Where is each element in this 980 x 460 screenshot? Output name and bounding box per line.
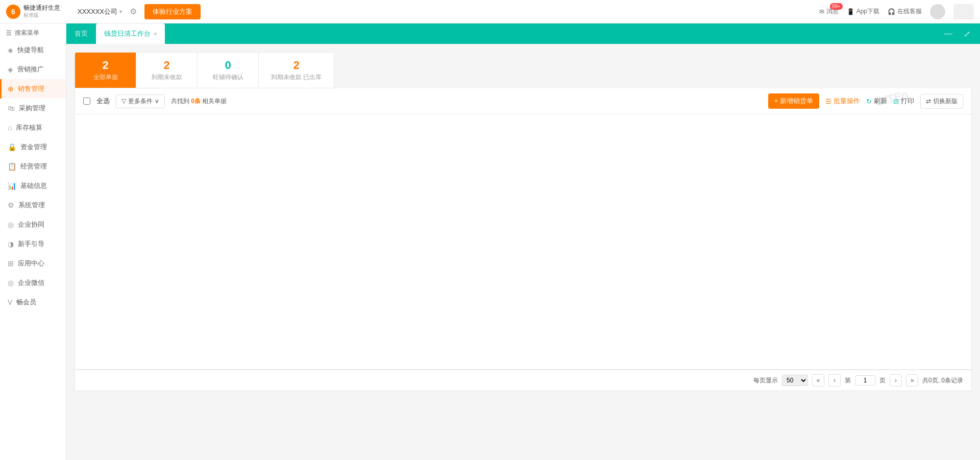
select-all-label: 全选 bbox=[96, 96, 110, 106]
print-button[interactable]: ⊟ 打印 bbox=[893, 96, 914, 106]
chevron-down-icon: ▾ bbox=[119, 9, 122, 14]
message-action[interactable]: ✉ 消息 99+ bbox=[819, 7, 839, 16]
switch-version-button[interactable]: ⇄ 切换新版 bbox=[920, 94, 963, 109]
total-records: 共0页, 0条记录 bbox=[922, 376, 963, 385]
sidebar-label-cooperation: 企业协同 bbox=[18, 220, 44, 229]
sidebar-item-system[interactable]: ⚙ 系统管理 bbox=[0, 196, 66, 215]
per-page-label: 每页显示 bbox=[753, 376, 778, 385]
select-all-checkbox[interactable] bbox=[83, 98, 90, 105]
stats-count-shipped: 2 bbox=[271, 59, 322, 72]
sidebar-item-basic-info[interactable]: 📊 基础信息 bbox=[0, 176, 66, 196]
sidebar-item-inventory[interactable]: ⌂ 库存核算 bbox=[0, 118, 66, 137]
sidebar-item-quick-nav[interactable]: ◈ 快捷导航 bbox=[0, 40, 66, 60]
switch-icon: ⇄ bbox=[926, 98, 931, 105]
stats-count-pending: 0 bbox=[210, 59, 246, 72]
company-name: XXXXXX公司 bbox=[78, 7, 117, 16]
stats-tab-shipped[interactable]: 2 到期未收款 已出库 bbox=[259, 53, 334, 88]
per-page-select[interactable]: 50 20 100 bbox=[782, 375, 808, 386]
sidebar-icon-system: ⚙ bbox=[8, 201, 14, 209]
message-icon: ✉ bbox=[819, 8, 824, 15]
pagination-bar: 每页显示 50 20 100 « ‹ 第 页 › » 共0页, 0条记录 bbox=[75, 370, 972, 391]
switch-label: 切换新版 bbox=[933, 97, 958, 106]
filter-chevron-icon: ∨ bbox=[155, 98, 159, 105]
sidebar-label-marketing: 营销推广 bbox=[17, 65, 44, 74]
search-icon: ☰ bbox=[6, 30, 12, 37]
app-download-action[interactable]: 📱 App下载 bbox=[847, 7, 879, 16]
sidebar-icon-operations: 📋 bbox=[8, 162, 16, 171]
stats-label-all: 全部单据 bbox=[87, 73, 124, 82]
sidebar-icon-cooperation: ◎ bbox=[8, 221, 14, 229]
sidebar-icon-inventory: ⌂ bbox=[8, 124, 12, 132]
sidebar-icon-finance: 🔒 bbox=[8, 143, 16, 151]
sidebar-item-cooperation[interactable]: ◎ 企业协同 bbox=[0, 215, 66, 234]
page-number-input[interactable] bbox=[855, 375, 875, 385]
sidebar-item-finance[interactable]: 🔒 资金管理 bbox=[0, 137, 66, 157]
sidebar-label-sales: 销售管理 bbox=[18, 84, 44, 93]
next-page-button[interactable]: › bbox=[890, 374, 902, 386]
tab-current[interactable]: 钱货日清工作台 × bbox=[96, 23, 165, 44]
service-icon: 🎧 bbox=[888, 8, 895, 15]
found-prefix: 共找到 bbox=[171, 98, 189, 105]
sidebar-icon-vip: V bbox=[8, 298, 12, 306]
sidebar-item-operations[interactable]: 📋 经营管理 bbox=[0, 157, 66, 176]
refresh-icon: ↻ bbox=[866, 98, 872, 105]
close-tab-icon[interactable]: × bbox=[154, 31, 157, 37]
trial-button[interactable]: 体验行业方案 bbox=[144, 4, 201, 19]
stats-label-overdue: 到期未收款 bbox=[149, 73, 185, 82]
top-header: 6 畅捷通好生意 标准版 XXXXXX公司 ▾ ⚙ 体验行业方案 ✉ 消息 99… bbox=[0, 0, 980, 23]
user-name-area[interactable] bbox=[953, 4, 974, 19]
tab-home-label: 首页 bbox=[75, 29, 88, 38]
company-selector[interactable]: XXXXXX公司 ▾ bbox=[78, 7, 122, 16]
stats-tab-all[interactable]: 2 全部单据 bbox=[75, 53, 136, 88]
prev-page-button[interactable]: ‹ bbox=[828, 374, 841, 386]
refresh-label: 刷新 bbox=[874, 96, 887, 106]
sidebar-item-guide[interactable]: ◑ 新手引导 bbox=[0, 234, 66, 254]
batch-icon: ☰ bbox=[825, 98, 831, 105]
table-area bbox=[75, 114, 972, 370]
sidebar-item-marketing[interactable]: ◈ 营销推广 bbox=[0, 60, 66, 79]
sidebar-icon-sales: ⊕ bbox=[8, 85, 14, 93]
sidebar-item-sales[interactable]: ⊕ 销售管理 bbox=[0, 79, 66, 99]
sidebar-item-app-center[interactable]: ⊞ 应用中心 bbox=[0, 254, 66, 273]
toolbar: 全选 ▽ 更多条件 ∨ 共找到 0条 相关单据 + 新增销货单 ☰ 批量操作 ↻… bbox=[75, 88, 972, 114]
refresh-button[interactable]: ↻ 刷新 bbox=[866, 96, 887, 106]
page-label: 第 bbox=[845, 376, 851, 385]
sidebar-label-app-center: 应用中心 bbox=[18, 259, 44, 268]
sidebar: ☰ 搜索菜单 ◈ 快捷导航 ◈ 营销推广 ⊕ 销售管理 🛍 采购管理 ⌂ 库存核… bbox=[0, 0, 66, 460]
toolbar-right: + 新增销货单 ☰ 批量操作 ↻ 刷新 ⊟ 打印 ⇄ 切换新版 bbox=[768, 93, 963, 109]
tab-home[interactable]: 首页 bbox=[66, 23, 96, 44]
new-sale-button[interactable]: + 新增销货单 bbox=[768, 93, 819, 109]
sidebar-label-basic-info: 基础信息 bbox=[20, 181, 47, 190]
sidebar-item-purchase[interactable]: 🛍 采购管理 bbox=[0, 99, 66, 118]
logo-version: 标准版 bbox=[23, 12, 60, 19]
logo-icon: 6 bbox=[6, 5, 20, 19]
filter-button[interactable]: ▽ 更多条件 ∨ bbox=[116, 94, 165, 108]
page-suffix: 页 bbox=[879, 376, 886, 385]
sidebar-item-vip[interactable]: V 畅会员 bbox=[0, 293, 66, 312]
header-right: ✉ 消息 99+ 📱 App下载 🎧 在线客服 bbox=[819, 4, 974, 19]
batch-label: 批量操作 bbox=[834, 96, 860, 106]
expand-icon[interactable]: ⤢ bbox=[960, 27, 974, 41]
avatar[interactable] bbox=[930, 4, 945, 19]
last-page-button[interactable]: » bbox=[906, 374, 918, 386]
first-page-button[interactable]: « bbox=[812, 374, 824, 386]
online-service-action[interactable]: 🎧 在线客服 bbox=[888, 7, 922, 16]
batch-op-button[interactable]: ☰ 批量操作 bbox=[825, 96, 860, 106]
found-text: 共找到 0条 相关单据 bbox=[171, 97, 227, 106]
settings-icon[interactable]: ⚙ bbox=[126, 5, 140, 19]
stats-tab-overdue[interactable]: 2 到期未收款 bbox=[136, 53, 198, 88]
sidebar-icon-marketing: ◈ bbox=[8, 65, 13, 74]
download-icon: 📱 bbox=[847, 8, 854, 15]
sidebar-icon-app-center: ⊞ bbox=[8, 259, 14, 268]
online-service-label: 在线客服 bbox=[897, 7, 922, 16]
stats-tab-pending[interactable]: 0 旺辅待确认 bbox=[198, 53, 259, 88]
nav-tabs: 首页 钱货日清工作台 × — ⤢ bbox=[66, 23, 980, 44]
sidebar-label-finance: 资金管理 bbox=[20, 142, 47, 152]
sidebar-item-enterprise-wechat[interactable]: ◎ 企业微信 bbox=[0, 273, 66, 293]
sidebar-search[interactable]: ☰ 搜索菜单 bbox=[0, 23, 66, 40]
search-label: 搜索菜单 bbox=[15, 29, 39, 37]
found-suffix: 相关单据 bbox=[202, 98, 227, 105]
sidebar-label-purchase: 采购管理 bbox=[19, 104, 45, 113]
minimize-icon[interactable]: — bbox=[941, 27, 955, 41]
main-content: 2 全部单据 2 到期未收款 0 旺辅待确认 2 到期未收款 已出库 全选 ▽ … bbox=[66, 44, 980, 460]
